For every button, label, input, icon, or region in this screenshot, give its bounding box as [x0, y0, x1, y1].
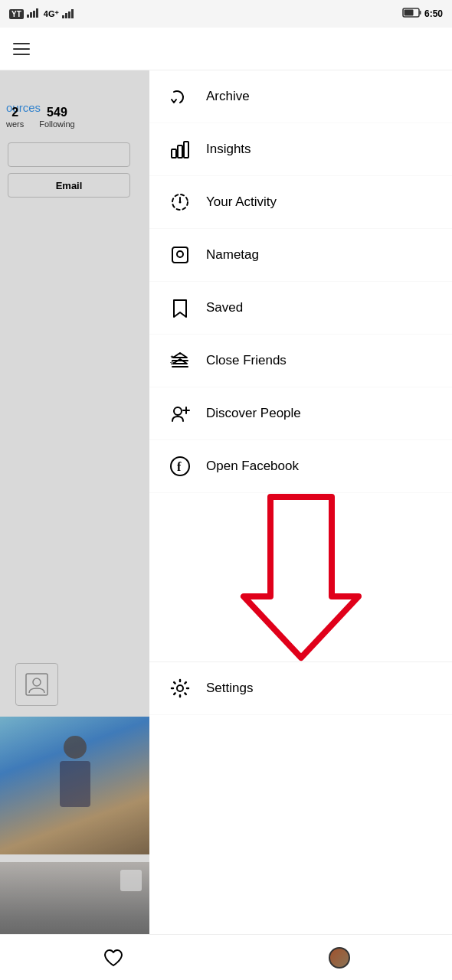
facebook-icon: f	[168, 454, 192, 479]
svg-text:f: f	[177, 460, 182, 473]
svg-rect-6	[68, 11, 70, 18]
arrow-annotation-area	[149, 493, 452, 662]
hamburger-line	[13, 54, 30, 55]
svg-rect-20	[172, 247, 188, 263]
menu-label-your-activity: Your Activity	[206, 194, 277, 210]
menu-label-settings: Settings	[206, 681, 253, 696]
menu-label-discover-people: Discover People	[206, 406, 301, 421]
hamburger-button[interactable]	[0, 28, 43, 70]
profile-avatar	[329, 947, 350, 969]
discover-people-icon	[168, 401, 192, 426]
drawer-scrim	[0, 28, 153, 980]
signal-icon	[27, 8, 41, 19]
archive-icon	[168, 84, 192, 109]
menu-item-saved[interactable]: Saved	[149, 282, 452, 335]
svg-marker-23	[173, 353, 187, 358]
menu-item-your-activity[interactable]: Your Activity	[149, 176, 452, 229]
menu-label-open-facebook: Open Facebook	[206, 459, 299, 474]
settings-icon	[168, 676, 192, 701]
saved-icon	[168, 296, 192, 320]
menu-item-settings[interactable]: Settings	[149, 662, 452, 715]
svg-rect-16	[178, 145, 182, 158]
hamburger-line	[13, 43, 30, 44]
drawer-overlay: ritik112rspd Archive Insights	[0, 28, 452, 980]
status-left: YT 4G⁺	[9, 8, 76, 19]
arrow-annotation	[224, 497, 378, 658]
status-bar: YT 4G⁺ 6:50	[0, 0, 452, 28]
svg-rect-7	[71, 9, 74, 18]
menu-item-archive[interactable]: Archive	[149, 70, 452, 123]
menu-item-nametag[interactable]: Nametag	[149, 229, 452, 282]
menu-item-open-facebook[interactable]: f Open Facebook	[149, 440, 452, 493]
svg-text:★: ★	[170, 361, 174, 365]
menu-item-close-friends[interactable]: ★ ★ Close Friends	[149, 335, 452, 387]
activity-icon	[168, 190, 192, 214]
svg-point-35	[177, 685, 183, 691]
heart-icon	[103, 947, 124, 969]
drawer-panel: ritik112rspd Archive Insights	[149, 28, 452, 980]
nav-heart[interactable]	[0, 935, 226, 980]
svg-point-29	[174, 407, 182, 415]
menu-label-archive: Archive	[206, 89, 250, 104]
battery-icon	[403, 8, 421, 20]
app-icon: YT	[9, 9, 24, 19]
menu-label-insights: Insights	[206, 142, 251, 157]
time-display: 6:50	[424, 8, 443, 19]
network-type: 4G⁺	[44, 9, 60, 19]
svg-rect-5	[65, 13, 67, 18]
menu-item-discover-people[interactable]: Discover People	[149, 387, 452, 440]
insights-icon	[168, 137, 192, 162]
svg-rect-10	[404, 10, 413, 16]
header-bar	[0, 28, 452, 70]
svg-text:★: ★	[170, 354, 174, 359]
svg-rect-15	[172, 149, 176, 158]
svg-point-21	[177, 251, 183, 257]
svg-rect-9	[419, 11, 421, 15]
svg-rect-4	[62, 15, 64, 18]
menu-label-nametag: Nametag	[206, 247, 259, 263]
svg-rect-17	[184, 142, 188, 158]
menu-label-close-friends: Close Friends	[206, 353, 287, 368]
svg-point-19	[179, 201, 182, 204]
svg-rect-2	[33, 11, 35, 18]
nav-profile[interactable]	[226, 935, 452, 980]
menu-item-insights[interactable]: Insights	[149, 123, 452, 176]
bottom-nav	[0, 934, 452, 980]
svg-rect-1	[30, 12, 32, 18]
svg-marker-34	[244, 497, 359, 658]
svg-rect-3	[36, 8, 38, 18]
svg-rect-0	[27, 15, 29, 18]
hamburger-line	[13, 48, 30, 50]
menu-label-saved: Saved	[206, 300, 243, 315]
close-friends-icon: ★ ★	[168, 348, 192, 373]
nametag-icon	[168, 243, 192, 267]
status-right: 6:50	[403, 8, 443, 20]
